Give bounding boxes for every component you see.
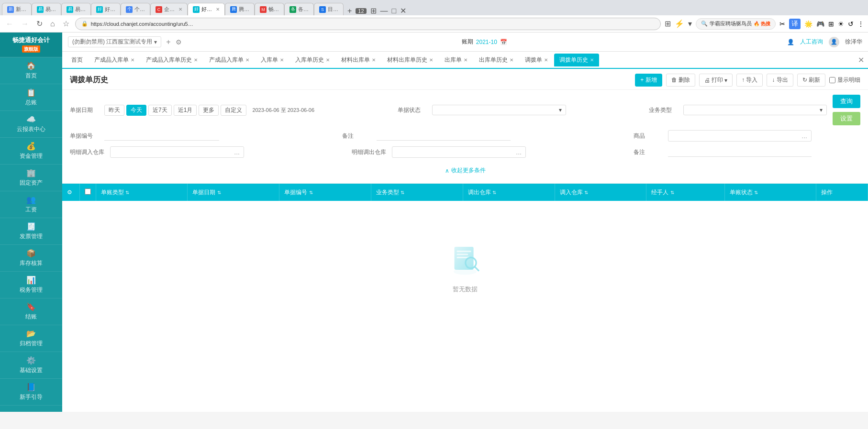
th-doc-date[interactable]: 单据日期 ⇅ (188, 184, 279, 201)
collapse-btn[interactable]: ∧ 收起更多条件 (70, 165, 860, 176)
undo-icon[interactable]: ↺ (848, 20, 854, 28)
biz-type-select[interactable]: ▾ (683, 105, 827, 115)
sidebar-item-closing[interactable]: 🔖 结账 (0, 298, 62, 325)
th-handler[interactable]: 经手人 ⇅ (646, 184, 724, 201)
goods-dots[interactable]: ... (801, 132, 807, 140)
top-settings-icon[interactable]: ⚙ (176, 38, 182, 46)
custom-btn[interactable]: 自定义 (221, 105, 246, 116)
tab-settings-icon[interactable]: ⊞ (370, 6, 377, 15)
browser-tab-bar[interactable]: 新 新… 易 易… 易 易… 好 好… 个 个… C 企… ✕ 好 好… ✕ 腾… (0, 0, 868, 15)
tab-out-hist-close[interactable]: ✕ (510, 57, 513, 63)
browser-tab-11[interactable]: S 目… (314, 3, 344, 15)
browser-tab-6[interactable]: C 企… ✕ (150, 3, 188, 15)
calendar-icon[interactable]: 📅 (500, 39, 507, 45)
last1month-btn[interactable]: 近1月 (174, 105, 197, 116)
tab-in[interactable]: 入库单 ✕ (256, 54, 289, 66)
th-doc-status[interactable]: 单账状态 ⇅ (724, 184, 816, 201)
new-btn[interactable]: + 新增 (635, 74, 662, 87)
export-btn[interactable]: ↓ 导出 (767, 74, 793, 87)
sidebar-item-basic-settings[interactable]: ⚙️ 基础设置 (0, 352, 62, 379)
last7-btn[interactable]: 近7天 (148, 105, 172, 116)
sidebar-item-fixed-assets[interactable]: 🏢 固定资产 (0, 165, 62, 191)
browser-tab-2[interactable]: 易 易… (32, 3, 61, 15)
close-btn[interactable]: ✕ (400, 6, 406, 15)
browser-tab-8[interactable]: 腾 腾… (225, 3, 255, 15)
tab-product-in2-close[interactable]: ✕ (245, 57, 249, 63)
chrome-search-box[interactable]: 🔍 学霸应聘场驱鸟员 🔥 热搜 (696, 18, 776, 30)
detail-in-dots[interactable]: ... (234, 148, 240, 156)
detail-out-select[interactable]: ... (392, 146, 526, 158)
dropdown-chrome-icon[interactable]: ▾ (688, 19, 692, 28)
service-label[interactable]: 人工咨询 (800, 38, 823, 46)
tab-product-in-hist-close[interactable]: ✕ (194, 57, 198, 63)
status-select[interactable]: ▾ (432, 105, 566, 115)
back-btn[interactable]: ← (4, 19, 15, 29)
browser-tab-4[interactable]: 好 好… (91, 3, 121, 15)
sidebar-item-member[interactable]: ✓ 畅会员 (0, 406, 62, 412)
new-tab-btn[interactable]: + (347, 7, 352, 15)
tab-mat-out-hist[interactable]: 材料出库单历史 ✕ (382, 54, 438, 66)
refresh-btn[interactable]: ↻ 刷新 (797, 74, 825, 87)
tab-product-in2[interactable]: 产成品入库单 ✕ (204, 54, 255, 66)
tab-mat-out-close[interactable]: ✕ (372, 57, 376, 63)
th-doc-type[interactable]: 单账类型 ⇅ (96, 184, 188, 201)
tab-out-close[interactable]: ✕ (464, 57, 467, 63)
yesterday-btn[interactable]: 昨天 (104, 105, 124, 116)
forward-btn[interactable]: → (19, 19, 31, 29)
lightning-icon[interactable]: ⚡ (675, 19, 684, 28)
tab-transfer-close[interactable]: ✕ (544, 57, 548, 63)
tab-transfer-hist[interactable]: 调拨单历史 ✕ (554, 54, 599, 66)
doc-no-input[interactable] (104, 132, 219, 141)
sidebar-item-home[interactable]: 🏠 首页 (0, 57, 62, 84)
wallet-icon[interactable]: 🌟 (804, 20, 812, 28)
select-all-checkbox[interactable] (85, 188, 91, 195)
tab-product-in-hist[interactable]: 产成品入库单历史 ✕ (141, 54, 203, 66)
browser-tab-5[interactable]: 个 个… (121, 3, 150, 15)
maximize-btn[interactable]: □ (392, 7, 397, 15)
print-btn[interactable]: 🖨 打印 ▾ (699, 74, 733, 87)
tab-product-in-close[interactable]: ✕ (131, 57, 134, 63)
tab-out-hist[interactable]: 出库单历史 ✕ (474, 54, 519, 66)
tab-close-6[interactable]: ✕ (178, 7, 182, 12)
game-icon[interactable]: 🎮 (816, 20, 824, 28)
th-biz-type[interactable]: 业务类型 ⇅ (371, 184, 463, 201)
tab-bar-close-btn[interactable]: ✕ (858, 55, 864, 65)
sidebar-item-tax[interactable]: 📊 税务管理 (0, 272, 62, 298)
period-value[interactable]: 2021-10 (476, 39, 497, 45)
sidebar-item-guide[interactable]: 📘 新手引导 (0, 379, 62, 406)
tab-mat-out[interactable]: 材料出库单 ✕ (336, 54, 381, 66)
browser-tab-3[interactable]: 易 易… (61, 3, 91, 15)
browser-tab-10[interactable]: 各 各… (284, 3, 314, 15)
browser-tab-active[interactable]: 好 好… ✕ (188, 3, 225, 15)
tab-in-hist-close[interactable]: ✕ (326, 57, 330, 63)
detail-note-input[interactable] (668, 148, 812, 157)
star-btn[interactable]: ☆ (61, 18, 71, 29)
tab-mat-out-hist-close[interactable]: ✕ (429, 57, 433, 63)
display-toggle-checkbox[interactable] (829, 77, 835, 83)
detail-in-select[interactable]: ... (110, 146, 244, 158)
tab-in-hist[interactable]: 入库单历史 ✕ (290, 54, 335, 66)
today-btn[interactable]: 今天 (126, 105, 146, 116)
more-btn[interactable]: 更多 (199, 105, 219, 116)
sidebar-item-capital[interactable]: 💰 资金管理 (0, 138, 62, 165)
sun-icon[interactable]: ☀ (838, 20, 844, 28)
sidebar-item-ledger[interactable]: 📋 总账 (0, 84, 62, 111)
tab-close-active[interactable]: ✕ (216, 7, 220, 12)
gear-col-icon[interactable]: ⚙ (67, 189, 72, 196)
sidebar-item-archive[interactable]: 📂 归档管理 (0, 325, 62, 352)
address-bar[interactable]: 🔒 https://cloud.chanjet.com/accounting/u… (75, 18, 661, 30)
filter-settings-btn[interactable]: 设置 (833, 112, 860, 125)
tab-out[interactable]: 出库单 ✕ (439, 54, 473, 66)
scissors-icon[interactable]: ✂ (779, 20, 785, 28)
th-checkbox[interactable] (79, 184, 96, 201)
sidebar-item-cloud-reports[interactable]: ☁️ 云报表中心 (0, 111, 62, 138)
th-gear[interactable]: ⚙ (62, 184, 79, 201)
tab-in-close[interactable]: ✕ (280, 57, 284, 63)
home-btn[interactable]: ⌂ (48, 19, 57, 29)
minimize-btn[interactable]: — (380, 7, 388, 15)
company-selector[interactable]: (勿删勿禁用) 江西服宝测试专用 ▾ (68, 36, 161, 47)
note-input[interactable] (377, 132, 511, 141)
tab-product-in[interactable]: 产成品入库单 ✕ (89, 54, 140, 66)
goods-select[interactable]: ... (668, 130, 812, 142)
browser-tab-1[interactable]: 新 新… (2, 3, 32, 15)
